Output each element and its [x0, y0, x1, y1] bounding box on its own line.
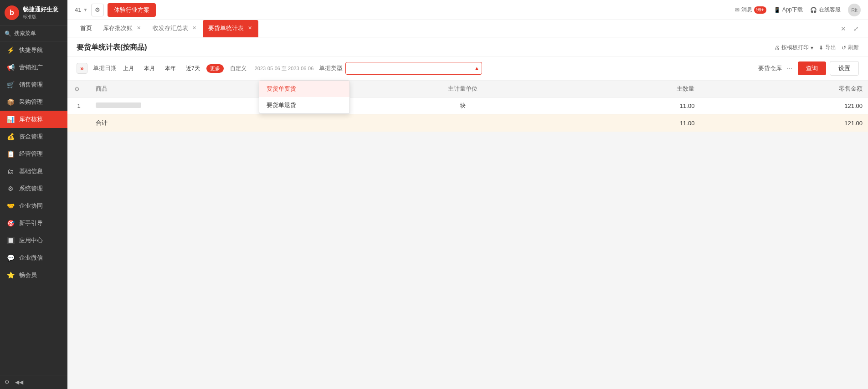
- setting-button[interactable]: 设置: [830, 61, 859, 76]
- guide-icon: 🎯: [6, 219, 15, 227]
- sidebar-collapse-btn[interactable]: ◀◀: [15, 379, 23, 385]
- tab-requisition-stat[interactable]: 要货单统计表 ✕: [203, 20, 258, 37]
- page-header: 要货单统计表(按商品) 🖨 按模板打印 ▾ ⬇ 导出 ↺ 刷新: [67, 37, 868, 56]
- tab-inventory-batch[interactable]: 库存批次账 ✕: [98, 20, 147, 37]
- data-table: ⚙ 商品 主计量单位 主数量 零售金额: [67, 81, 868, 132]
- member-icon: ⭐: [6, 271, 15, 279]
- expand-icon: »: [80, 65, 84, 72]
- message-btn[interactable]: ✉ 消息 99+: [735, 6, 766, 14]
- sidebar-item-label: 采购管理: [19, 98, 43, 106]
- export-btn[interactable]: ⬇ 导出: [819, 44, 836, 51]
- sidebar-item-label: 经营管理: [19, 150, 43, 158]
- date-btn-this-year[interactable]: 本年: [161, 63, 180, 74]
- refresh-btn[interactable]: ↺ 刷新: [842, 44, 859, 51]
- sidebar-item-guide[interactable]: 🎯 新手引导: [0, 215, 67, 232]
- refresh-icon: ↺: [842, 45, 846, 51]
- message-label: 消息: [741, 6, 752, 14]
- close-all-tabs-btn[interactable]: ✕: [839, 24, 848, 33]
- operations-icon: 📋: [6, 150, 15, 158]
- filter-expand-btn[interactable]: »: [77, 63, 87, 74]
- total-empty1: [67, 114, 90, 132]
- col-unit-header: 主计量单位: [364, 81, 561, 97]
- sidebar-item-label: 基础信息: [19, 167, 43, 175]
- col-quantity-header: 主数量: [561, 81, 700, 97]
- sidebar-item-marketing[interactable]: 📢 营销推广: [0, 59, 67, 76]
- filter-bar: » 单据日期 上月 本月 本年 近7天 更多 自定义 2023-05-06 至 …: [67, 56, 868, 81]
- export-icon: ⬇: [819, 45, 823, 51]
- tab-requisition-stat-close[interactable]: ✕: [247, 25, 253, 31]
- sidebar-item-member[interactable]: ⭐ 畅会员: [0, 266, 67, 284]
- sidebar-item-sales[interactable]: 🛒 销售管理: [0, 76, 67, 93]
- store-name: 41: [75, 6, 81, 13]
- user-avatar[interactable]: Rit: [848, 4, 861, 16]
- tab-receive-summary-close[interactable]: ✕: [191, 25, 197, 31]
- phone-icon: 📱: [774, 7, 781, 13]
- sidebar-item-inventory[interactable]: 📊 库存核算: [0, 111, 67, 128]
- enterprise-icon: 🤝: [6, 202, 15, 210]
- basic-info-icon: 🗂: [6, 167, 15, 175]
- online-service-btn[interactable]: 🎧 在线客服: [810, 6, 841, 14]
- sidebar-item-label: 企业微信: [19, 254, 43, 262]
- search-menu[interactable]: 🔍 搜索菜单: [0, 26, 67, 41]
- sidebar-nav: ⚡ 快捷导航 📢 营销推广 🛒 销售管理 📦 采购管理 📊 库存核算 💰 资金管…: [0, 41, 67, 375]
- topbar-gear-btn[interactable]: ⚙: [91, 4, 104, 16]
- col-settings: ⚙: [67, 81, 90, 97]
- purchase-icon: 📦: [6, 98, 15, 106]
- trial-button[interactable]: 体验行业方案: [108, 3, 156, 17]
- sidebar-item-operations[interactable]: 📋 经营管理: [0, 145, 67, 163]
- page-actions: 🖨 按模板打印 ▾ ⬇ 导出 ↺ 刷新: [774, 44, 859, 51]
- sidebar-item-label: 应用中心: [19, 236, 43, 245]
- date-btn-more[interactable]: 更多: [206, 64, 224, 73]
- finance-icon: 💰: [6, 133, 15, 141]
- sidebar-item-basic-info[interactable]: 🗂 基础信息: [0, 163, 67, 180]
- system-icon: ⚙: [6, 184, 15, 193]
- date-filter-group: 单据日期 上月 本月 本年 近7天 更多 自定义 2023-05-06 至 20…: [93, 63, 313, 74]
- app-center-icon: 🔲: [6, 236, 15, 245]
- topbar-right: ✉ 消息 99+ 📱 App下载 🎧 在线客服 Rit: [735, 4, 861, 16]
- product-name-placeholder: [96, 102, 141, 108]
- query-button[interactable]: 查询: [798, 61, 826, 75]
- tab-home[interactable]: 首页: [75, 20, 98, 37]
- quick-nav-icon: ⚡: [6, 46, 15, 54]
- table-settings-icon[interactable]: ⚙: [73, 85, 81, 93]
- col-quantity-label: 主数量: [677, 85, 694, 92]
- date-btn-this-month[interactable]: 本月: [140, 63, 159, 74]
- type-dropdown-icon[interactable]: ▲: [474, 65, 479, 72]
- type-label: 单据类型: [319, 64, 343, 72]
- date-btn-custom[interactable]: 自定义: [226, 63, 250, 74]
- sidebar-settings-btn[interactable]: ⚙: [5, 379, 10, 385]
- dropdown-item-requisition[interactable]: 要货单要货: [259, 81, 349, 97]
- sidebar-settings-icon: ⚙: [5, 379, 10, 385]
- sidebar-item-weixin[interactable]: 💬 企业微信: [0, 249, 67, 266]
- sales-icon: 🛒: [6, 81, 15, 89]
- date-btn-recent-7[interactable]: 近7天: [182, 63, 204, 74]
- sidebar-item-label: 畅会员: [19, 271, 37, 279]
- sidebar-item-label: 新手引导: [19, 219, 43, 227]
- tab-inventory-batch-close[interactable]: ✕: [135, 25, 142, 31]
- row-quantity: 11.00: [561, 97, 700, 114]
- sidebar-item-purchase[interactable]: 📦 采购管理: [0, 93, 67, 111]
- warehouse-filter-group: 要货仓库 ···: [758, 64, 792, 72]
- total-quantity: 11.00: [561, 114, 700, 132]
- total-amount: 121.00: [700, 114, 868, 132]
- online-service-label: 在线客服: [819, 6, 841, 14]
- search-icon: 🔍: [5, 31, 11, 37]
- sidebar-item-label: 库存核算: [19, 115, 43, 123]
- date-btn-last-month[interactable]: 上月: [119, 63, 138, 74]
- col-unit-label: 主计量单位: [448, 85, 478, 92]
- type-input[interactable]: [345, 62, 482, 75]
- col-amount-label: 零售金额: [839, 85, 863, 92]
- sidebar-item-enterprise[interactable]: 🤝 企业协同: [0, 197, 67, 215]
- store-selector[interactable]: 41 ▼: [75, 6, 87, 13]
- tab-receive-summary[interactable]: 收发存汇总表 ✕: [147, 20, 203, 37]
- dropdown-item-return[interactable]: 要货单退货: [259, 97, 349, 113]
- app-download-btn[interactable]: 📱 App下载: [774, 6, 803, 14]
- sidebar-item-finance[interactable]: 💰 资金管理: [0, 128, 67, 145]
- warehouse-more-icon[interactable]: ···: [786, 64, 792, 72]
- sidebar-item-quick-nav[interactable]: ⚡ 快捷导航: [0, 41, 67, 59]
- print-template-btn[interactable]: 🖨 按模板打印 ▾: [774, 44, 813, 51]
- sidebar-item-system[interactable]: ⚙ 系统管理: [0, 180, 67, 197]
- sidebar-item-app-center[interactable]: 🔲 应用中心: [0, 232, 67, 249]
- expand-tabs-btn[interactable]: ⤢: [852, 24, 861, 33]
- sidebar-item-label: 资金管理: [19, 133, 43, 141]
